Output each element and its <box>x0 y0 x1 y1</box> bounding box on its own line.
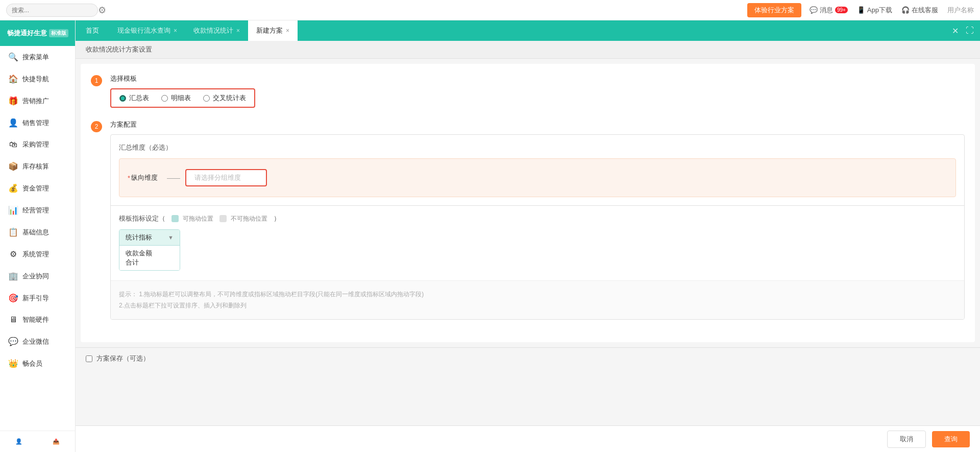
tab-bar-end: ✕ ⛶ <box>950 24 980 38</box>
fixed-box <box>219 215 227 222</box>
step2-section: 2 方案配置 汇总维度（必选） * 纵向维度 —— <box>91 120 965 320</box>
content-area: 收款情况统计方案设置 1 选择模板 汇总表 <box>76 41 980 425</box>
step1-label: 选择模板 <box>110 74 965 83</box>
indicator-title-text: 模板指标设定（ <box>119 214 165 223</box>
tab-bank[interactable]: 现金银行流水查询 × <box>109 20 185 41</box>
trial-button[interactable]: 体验行业方案 <box>747 3 801 17</box>
sidebar-item-operation[interactable]: 📊 经营管理 <box>0 199 75 221</box>
stat-item: 收款金额 <box>126 249 174 258</box>
sidebar-item-wechat[interactable]: 💬 企业微信 <box>0 330 75 352</box>
legend-fixed-label: 不可拖动位置 <box>231 215 267 223</box>
sidebar-item-label: 系统管理 <box>22 250 49 259</box>
radio-summary[interactable] <box>119 95 126 102</box>
tab-expand-icon[interactable]: ⛶ <box>964 24 976 37</box>
radio-cross[interactable] <box>203 95 210 102</box>
gift-icon: 🎁 <box>8 96 18 106</box>
step1-content: 选择模板 汇总表 明细表 <box>110 74 965 108</box>
sidebar-item-collab[interactable]: 🏢 企业协同 <box>0 265 75 287</box>
radio-detail[interactable] <box>161 95 168 102</box>
sidebar-item-label: 销售管理 <box>22 118 49 128</box>
search-icon: 🔍 <box>8 52 18 62</box>
top-bar-right: 💬 消息 99+ 📱 App下载 🎧 在线客服 用户名称 <box>810 6 974 15</box>
settings-icon[interactable]: ⚙ <box>98 5 106 16</box>
dim-select[interactable]: 请选择分组维度 <box>185 169 267 186</box>
list-icon: 📋 <box>8 227 18 237</box>
tab-new-plan-close[interactable]: × <box>286 27 289 34</box>
tab-new-plan[interactable]: 新建方案 × <box>248 20 298 41</box>
sidebar-logo: 畅捷通好生意 标准版 <box>0 20 75 46</box>
dim-arrow: —— <box>167 174 180 182</box>
logo-badge: 标准版 <box>49 29 68 37</box>
tab-close-all-icon[interactable]: ✕ <box>950 24 961 38</box>
option-summary-label: 汇总表 <box>129 93 149 103</box>
sidebar-item-hardware[interactable]: 🖥 智能硬件 <box>0 309 75 330</box>
sidebar-item-search[interactable]: 🔍 搜索菜单 <box>0 46 75 68</box>
dimension-row: * 纵向维度 —— 请选择分组维度 <box>119 158 956 197</box>
top-bar: ⚙ 体验行业方案 💬 消息 99+ 📱 App下载 🎧 在线客服 用户名称 <box>0 0 980 20</box>
tab-bank-close[interactable]: × <box>174 27 177 34</box>
step2-label: 方案配置 <box>110 120 965 129</box>
stat-group-header[interactable]: 统计指标 ▼ <box>119 230 180 246</box>
sidebar-item-capital[interactable]: 💰 资金管理 <box>0 177 75 199</box>
legend-draggable-label: 可拖动位置 <box>183 215 213 223</box>
download-label: App下载 <box>867 6 892 15</box>
sidebar-item-label: 畅会员 <box>22 359 42 368</box>
app-download-link[interactable]: 📱 App下载 <box>857 6 892 15</box>
sidebar-bottom-right[interactable]: 📤 <box>38 435 76 448</box>
vertical-dim-label: 纵向维度 <box>131 173 162 182</box>
online-support-link[interactable]: 🎧 在线客服 <box>901 6 938 15</box>
option-detail[interactable]: 明细表 <box>161 93 191 103</box>
option-detail-label: 明细表 <box>171 93 191 103</box>
notification-label: 消息 <box>820 6 833 15</box>
tab-new-plan-label: 新建方案 <box>256 26 283 35</box>
tab-home[interactable]: 首页 <box>76 20 109 41</box>
sidebar-item-guide[interactable]: 🎯 新手引导 <box>0 287 75 309</box>
save-checkbox[interactable] <box>86 355 92 362</box>
tips-section: 提示： 1.拖动标题栏可以调整布局，不可跨维度或指标区域拖动栏目字段(只能在同一… <box>111 280 964 319</box>
search-area: ⚙ <box>6 4 739 17</box>
dim-select-placeholder: 请选择分组维度 <box>194 174 241 181</box>
monitor-icon: 🖥 <box>8 315 18 324</box>
option-cross-label: 交叉统计表 <box>213 93 246 103</box>
notification-icon[interactable]: 💬 消息 99+ <box>810 6 848 15</box>
save-label: 方案保存（可选） <box>96 354 150 363</box>
tab-receipts[interactable]: 收款情况统计 × <box>185 20 248 41</box>
gear-icon: ⚙ <box>8 249 18 259</box>
box-icon: 📦 <box>8 161 18 171</box>
bag-icon: 🛍 <box>8 140 18 149</box>
search-input[interactable] <box>6 4 98 17</box>
option-summary[interactable]: 汇总表 <box>119 93 149 103</box>
cancel-button[interactable]: 取消 <box>887 431 926 448</box>
sidebar-bottom: 👤 📤 <box>0 431 75 452</box>
user-name: 用户名称 <box>947 6 974 15</box>
sidebar-bottom-left[interactable]: 👤 <box>0 435 38 448</box>
sidebar-item-label: 资金管理 <box>22 184 49 193</box>
target-icon: 🎯 <box>8 293 18 303</box>
tab-receipts-close[interactable]: × <box>236 27 240 34</box>
option-cross[interactable]: 交叉统计表 <box>203 93 246 103</box>
sidebar-item-inventory[interactable]: 📦 库存核算 <box>0 155 75 177</box>
tab-bank-label: 现金银行流水查询 <box>117 26 170 35</box>
logo-text: 畅捷通好生意 <box>7 29 47 38</box>
sidebar-item-member[interactable]: 👑 畅会员 <box>0 352 75 374</box>
user-icon: 👤 <box>8 118 18 128</box>
sidebar-item-marketing[interactable]: 🎁 营销推广 <box>0 90 75 112</box>
main-area: 首页 现金银行流水查询 × 收款情况统计 × 新建方案 × ✕ ⛶ 收 <box>76 20 980 452</box>
sidebar-item-purchase[interactable]: 🛍 采购管理 <box>0 134 75 155</box>
form-panel: 1 选择模板 汇总表 明细表 <box>81 64 975 342</box>
sidebar-item-base[interactable]: 📋 基础信息 <box>0 221 75 243</box>
step2-content: 方案配置 汇总维度（必选） * 纵向维度 —— 请选择分组维 <box>110 120 965 320</box>
chevron-down-icon: ▼ <box>168 234 174 241</box>
query-button[interactable]: 查询 <box>932 431 970 447</box>
sidebar-items: 🔍 搜索菜单 🏠 快捷导航 🎁 营销推广 👤 销售管理 🛍 采购管理 📦 <box>0 46 75 431</box>
sidebar-item-label: 新手引导 <box>22 294 49 303</box>
tab-home-label: 首页 <box>86 26 99 35</box>
stat-group-body: 收款金额 合计 <box>119 246 180 270</box>
page-title: 收款情况统计方案设置 <box>86 45 152 53</box>
sidebar-item-label: 库存核算 <box>22 162 49 171</box>
sidebar-item-sales[interactable]: 👤 销售管理 <box>0 112 75 134</box>
sidebar-item-nav[interactable]: 🏠 快捷导航 <box>0 68 75 90</box>
required-star: * <box>128 174 130 182</box>
sidebar-item-system[interactable]: ⚙ 系统管理 <box>0 243 75 265</box>
template-options: 汇总表 明细表 交叉统计表 <box>110 88 255 108</box>
